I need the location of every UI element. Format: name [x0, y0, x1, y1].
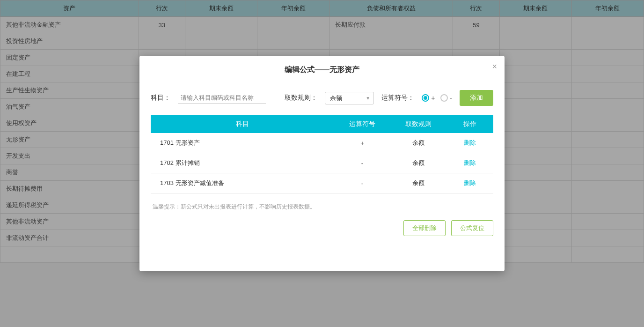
formula-rule: 余额: [390, 133, 446, 153]
formula-row: 1703 无形资产减值准备-余额删除: [151, 173, 493, 193]
subject-input[interactable]: [178, 92, 266, 104]
page-wrapper: 资产 行次 期末余额 年初余额 负债和所有者权益 行次 期末余额 年初余额 其他…: [0, 0, 644, 327]
formula-operator: +: [334, 133, 390, 153]
modal-header: 编辑公式——无形资产 ×: [139, 56, 505, 82]
formula-form: 科目： 取数规则： 余额 借方 贷方 借方发生额 贷方发生额 ▼: [151, 90, 493, 106]
delete-link[interactable]: 删除: [464, 179, 476, 186]
formula-action: 删除: [446, 173, 493, 193]
formula-operator: -: [334, 153, 390, 173]
formula-subject: 1703 无形资产减值准备: [151, 173, 334, 193]
formula-rule: 余额: [390, 153, 446, 173]
formula-action: 删除: [446, 153, 493, 173]
formula-subject: 1701 无形资产: [151, 133, 334, 153]
operator-radio-group: + -: [422, 94, 452, 102]
radio-plus-circle: [422, 94, 429, 102]
delete-all-button[interactable]: 全部删除: [403, 220, 446, 236]
operator-plus-radio[interactable]: +: [422, 94, 435, 102]
th-action: 操作: [446, 115, 493, 133]
formula-row: 1702 累计摊销-余额删除: [151, 153, 493, 173]
subject-label: 科目：: [151, 94, 170, 102]
formula-table: 科目 运算符号 取数规则 操作 1701 无形资产+余额删除1702 累计摊销-…: [151, 115, 493, 193]
modal-dialog: 编辑公式——无形资产 × 科目： 取数规则： 余额 借方 贷方 借方发: [139, 56, 505, 271]
formula-action: 删除: [446, 133, 493, 153]
rule-select[interactable]: 余额 借方 贷方 借方发生额 贷方发生额: [325, 92, 374, 104]
th-subject: 科目: [151, 115, 334, 133]
formula-rule: 余额: [390, 173, 446, 193]
modal-title: 编辑公式——无形资产: [285, 66, 359, 74]
rule-select-wrapper: 余额 借方 贷方 借方发生额 贷方发生额 ▼: [325, 92, 374, 104]
formula-subject: 1702 累计摊销: [151, 153, 334, 173]
formula-row: 1701 无形资产+余额删除: [151, 133, 493, 153]
close-button[interactable]: ×: [492, 62, 497, 71]
th-rule: 取数规则: [390, 115, 446, 133]
delete-link[interactable]: 删除: [464, 139, 476, 146]
add-button[interactable]: 添加: [460, 90, 493, 106]
operator-minus-radio[interactable]: -: [440, 94, 452, 102]
formula-operator: -: [334, 173, 390, 193]
radio-minus-circle: [440, 94, 448, 102]
operator-minus-label: -: [450, 94, 452, 102]
th-operator: 运算符号: [334, 115, 390, 133]
rule-label: 取数规则：: [285, 94, 317, 102]
reset-button[interactable]: 公式复位: [451, 220, 493, 236]
modal-overlay: 编辑公式——无形资产 × 科目： 取数规则： 余额 借方 贷方 借方发: [0, 0, 644, 327]
modal-footer: 全部删除 公式复位: [139, 220, 505, 245]
delete-link[interactable]: 删除: [464, 159, 476, 166]
operator-label: 运算符号：: [381, 94, 414, 102]
operator-plus-label: +: [431, 94, 435, 102]
warning-text: 温馨提示：新公式只对未出报表进行计算，不影响历史报表数据。: [151, 203, 493, 211]
modal-body: 科目： 取数规则： 余额 借方 贷方 借方发生额 贷方发生额 ▼: [139, 82, 505, 220]
